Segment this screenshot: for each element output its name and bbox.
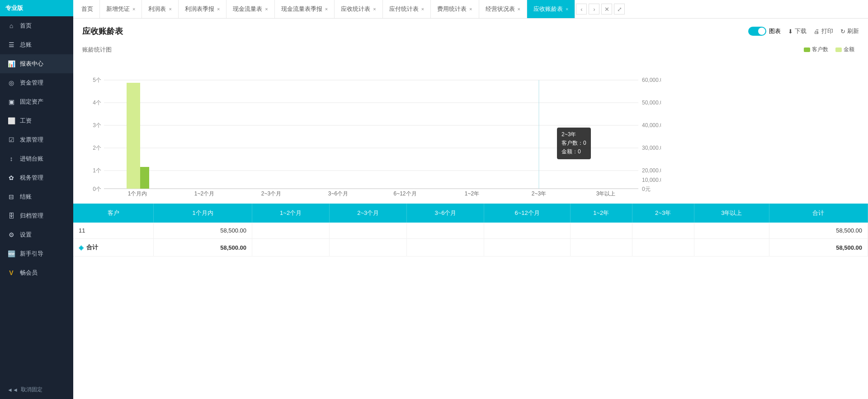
cell-total-m6-12 (484, 239, 570, 256)
svg-text:1~2个月: 1~2个月 (194, 190, 214, 197)
cell-total-m2-3 (330, 239, 407, 256)
legend-amount-dot (835, 48, 842, 52)
th-m1: 1个月内 (154, 204, 252, 223)
th-y1-2: 1~2年 (570, 204, 632, 223)
pin-icon: ◄◄ (7, 387, 18, 393)
page-content: 应收账龄表 图表 ⬇ 下载 🖨 打印 ↻ 刷新 (73, 19, 868, 399)
download-btn[interactable]: ⬇ 下载 (788, 27, 807, 35)
sidebar-item-member[interactable]: V 畅会员 (0, 263, 73, 282)
svg-text:1个月内: 1个月内 (128, 190, 147, 197)
tab-close-all-btn[interactable]: ✕ (601, 4, 612, 14)
svg-text:10,000.00元: 10,000.00元 (642, 177, 661, 183)
cell-total-m1: 58,500.00 (154, 239, 252, 256)
sidebar-item-funds[interactable]: ◎ 资金管理 (0, 73, 73, 92)
tab-close-new-voucher[interactable]: × (132, 6, 135, 12)
tab-close-expense-stats[interactable]: × (469, 6, 472, 12)
sidebar-item-archive[interactable]: 🗄 归档管理 (0, 206, 73, 225)
chart-toggle-wrap[interactable]: 图表 (748, 27, 781, 36)
sidebar-item-sales[interactable]: ↕ 进销台账 (0, 149, 73, 168)
reports-icon: 📊 (7, 60, 15, 67)
tab-profit[interactable]: 利润表 × (142, 0, 178, 18)
sidebar-item-settings[interactable]: ⚙ 设置 (0, 225, 73, 244)
main-content: 首页 新增凭证 × 利润表 × 利润表季报 × 现金流量表 × 现金流量表季报 … (73, 0, 868, 399)
cell-m3-6-0 (407, 223, 484, 239)
tab-close-profit-season[interactable]: × (217, 6, 220, 12)
chart-toggle[interactable] (748, 27, 766, 36)
refresh-btn[interactable]: ↻ 刷新 (840, 27, 859, 35)
tab-close-cashflow[interactable]: × (265, 6, 268, 12)
tab-close-cashflow-season[interactable]: × (325, 6, 328, 12)
tab-profit-season[interactable]: 利润表季报 × (179, 0, 226, 18)
tab-expand-btn[interactable]: ⤢ (614, 4, 625, 14)
cell-total-m1-2 (252, 239, 330, 256)
sidebar-item-tax[interactable]: ✿ 税务管理 (0, 168, 73, 187)
member-icon: V (7, 269, 15, 276)
closing-icon: ⊟ (7, 193, 15, 200)
tab-home[interactable]: 首页 (75, 0, 100, 18)
cell-m1-2-0 (252, 223, 330, 239)
tab-cashflow[interactable]: 现金流量表 × (226, 0, 274, 18)
sidebar-pin-toggle[interactable]: ◄◄ 取消固定 (0, 380, 73, 399)
data-table: 客户 1个月内 1~2个月 2~3个月 3~6个月 6~12个月 1~2年 2~… (73, 204, 868, 256)
home-icon: ⌂ (7, 22, 15, 29)
cell-m2-3-0 (330, 223, 407, 239)
archive-icon: 🗄 (7, 212, 15, 219)
th-m2-3: 2~3个月 (330, 204, 407, 223)
cell-total-y3plus (694, 239, 769, 256)
th-m1-2: 1~2个月 (252, 204, 330, 223)
tab-close-ar-stats[interactable]: × (373, 6, 376, 12)
bar-customer-0 (140, 167, 149, 189)
legend-customers-dot (804, 48, 810, 52)
legend-amount: 金额 (835, 46, 854, 53)
svg-text:0个: 0个 (93, 186, 101, 192)
tab-ar-aging[interactable]: 应收账龄表 × (527, 0, 575, 18)
cell-total-y2-3 (632, 239, 694, 256)
th-total: 合计 (769, 204, 868, 223)
fixed-assets-icon: ▣ (7, 98, 15, 105)
page-header: 应收账龄表 图表 ⬇ 下载 🖨 打印 ↻ 刷新 (73, 19, 868, 41)
tab-expense-stats[interactable]: 费用统计表 × (431, 0, 479, 18)
sidebar-item-ledger[interactable]: ☰ 总账 (0, 35, 73, 54)
tab-close-ar-aging[interactable]: × (566, 6, 568, 12)
download-icon: ⬇ (788, 28, 793, 35)
th-m3-6: 3~6个月 (407, 204, 484, 223)
tab-prev-btn[interactable]: ‹ (576, 4, 587, 14)
tab-close-operation-stats[interactable]: × (518, 6, 520, 12)
legend-customers: 客户数 (804, 46, 828, 53)
cell-y3plus-0 (694, 223, 769, 239)
print-btn[interactable]: 🖨 打印 (814, 27, 833, 35)
sidebar-item-closing[interactable]: ⊟ 结账 (0, 187, 73, 206)
svg-text:4个: 4个 (93, 100, 101, 106)
svg-text:2~3年: 2~3年 (532, 190, 546, 197)
sidebar-item-home[interactable]: ⌂ 首页 (0, 16, 73, 35)
tab-ap-stats[interactable]: 应付统计表 × (383, 0, 431, 18)
total-icon: ◈ (79, 244, 84, 251)
funds-icon: ◎ (7, 79, 15, 86)
settings-icon: ⚙ (7, 231, 15, 238)
tab-close-profit[interactable]: × (169, 6, 171, 12)
svg-text:20,000.00元: 20,000.00元 (642, 167, 661, 174)
cell-m6-12-0 (484, 223, 570, 239)
chart-area: 账龄统计图 客户数 金额 5个 4个 3个 2个 1个 (73, 41, 868, 204)
th-y2-3: 2~3年 (632, 204, 694, 223)
sidebar-item-reports[interactable]: 📊 报表中心 (0, 54, 73, 73)
cell-y2-3-0 (632, 223, 694, 239)
svg-text:0元: 0元 (642, 186, 651, 192)
tab-ar-stats[interactable]: 应收统计表 × (335, 0, 382, 18)
sidebar-item-invoices[interactable]: ☑ 发票管理 (0, 130, 73, 149)
tab-next-btn[interactable]: › (589, 4, 599, 14)
tab-cashflow-season[interactable]: 现金流量表季报 × (275, 0, 335, 18)
sidebar-item-fixed-assets[interactable]: ▣ 固定资产 (0, 92, 73, 111)
svg-text:3~6个月: 3~6个月 (328, 190, 348, 197)
sidebar-item-salary[interactable]: ⬜ 工资 (0, 111, 73, 130)
tab-new-voucher[interactable]: 新增凭证 × (100, 0, 142, 18)
tab-operation-stats[interactable]: 经营状况表 × (479, 0, 527, 18)
svg-text:30,000.00元: 30,000.00元 (642, 145, 661, 151)
tab-close-ap-stats[interactable]: × (421, 6, 424, 12)
sidebar-item-guide[interactable]: 🆕 新手引导 (0, 244, 73, 263)
chart-toggle-label: 图表 (769, 27, 781, 35)
th-customer: 客户 (73, 204, 154, 223)
th-m6-12: 6~12个月 (484, 204, 570, 223)
bar-amount-0 (127, 83, 140, 189)
refresh-icon: ↻ (840, 28, 845, 35)
